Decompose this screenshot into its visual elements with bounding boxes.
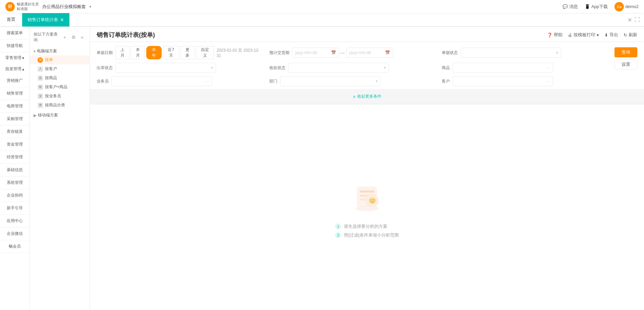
this-year-btn[interactable]: 本年 — [146, 46, 162, 59]
sidebar-item-wholesale-mgmt[interactable]: 批发管理 ▴ — [0, 63, 29, 74]
scheme-by-product[interactable]: 品 按商品 — [30, 73, 90, 83]
sidebar-item-system-mgmt[interactable]: 系统管理 — [0, 176, 29, 189]
delivery-date-start[interactable]: yyyy-mm-dd 📅 — [292, 48, 339, 58]
delivery-date-inputs: yyyy-mm-dd 📅 — yyyy-mm-dd 📅 — [292, 48, 393, 58]
svg-rect-2 — [360, 191, 374, 193]
mobile-scheme-header[interactable]: ▶ 移动端方案 — [30, 111, 90, 119]
more-options-icon: ··· — [547, 65, 550, 70]
payment-status-select[interactable]: ▾ — [288, 63, 389, 73]
salesperson-group: 业务员 ··· — [97, 76, 264, 86]
department-label: 部门 — [269, 79, 277, 84]
this-month-btn[interactable]: 本月 — [131, 46, 145, 59]
dropdown-icon: ▾ — [384, 65, 386, 70]
scheme-by-customer[interactable]: 人 按客户 — [30, 64, 90, 73]
query-button[interactable]: 查询 — [614, 47, 637, 57]
shipping-status-select[interactable]: ▾ — [115, 63, 216, 73]
customer-select[interactable]: ··· — [452, 76, 553, 86]
product-select[interactable]: ··· — [452, 63, 553, 73]
scheme-by-category[interactable]: 类 按商品分类 — [30, 101, 90, 110]
refresh-button[interactable]: ↻ 刷新 — [624, 32, 637, 38]
sidebar-item-app-center[interactable]: 应用中心 — [0, 215, 29, 227]
chevron-down-icon: ▾ — [34, 49, 36, 54]
tabbar: 首页 销售订单统计表 ✕ ✕ ⛶ — [0, 13, 644, 27]
department-select[interactable]: ▾ — [280, 76, 381, 86]
customer-group: 客户 ··· — [442, 76, 609, 86]
sidebar-item-retail-mgmt[interactable]: 零售管理 ▾ — [0, 52, 29, 63]
sidebar-item-vip-member[interactable]: 畅会员 — [0, 240, 29, 253]
tab-close-icon[interactable]: ✕ — [60, 17, 64, 22]
tab-sales-order-stats[interactable]: 销售订单统计表 ✕ — [22, 13, 69, 27]
tab-home[interactable]: 首页 — [0, 13, 22, 27]
sidebar-item-sales-mgmt[interactable]: 销售管理 — [0, 87, 29, 100]
edit-scheme-button[interactable]: ⚙ — [70, 34, 77, 41]
collapse-panel-button[interactable]: « — [79, 34, 86, 41]
sidebar-item-enterprise-collab[interactable]: 企业协同 — [0, 189, 29, 202]
delivery-date-end[interactable]: yyyy-mm-dd 📅 — [346, 48, 393, 58]
prev-month-btn[interactable]: 上月 — [115, 46, 129, 59]
topbar-dropdown[interactable]: ▾ — [89, 4, 91, 9]
close-window-icon[interactable]: ✕ — [628, 17, 632, 23]
sidebar-item-search-menu[interactable]: 搜索菜单 — [0, 27, 29, 40]
tab-maximize-area: ✕ ⛶ — [628, 17, 644, 23]
calendar-icon: 📅 — [331, 50, 336, 55]
scheme-by-order[interactable]: 按 按单 — [30, 55, 90, 64]
filter-row-2: 出库状态 ▾ 收款状态 ▾ — [97, 63, 609, 73]
payment-status-label: 收款状态 — [269, 65, 285, 71]
sidebar-item-ecommerce-mgmt[interactable]: 电商管理 — [0, 100, 29, 113]
chevron-up-icon: ∧ — [353, 94, 356, 99]
topbar-app-title: 办公用品行业模拟账套 — [42, 4, 86, 10]
custom-btn[interactable]: 自定义 — [196, 46, 214, 59]
shipping-status-label: 出库状态 — [97, 65, 113, 71]
empty-tip-2: 2 用[过滤]条件来缩小分析范围 — [335, 232, 398, 238]
sidebar-item-basic-info[interactable]: 基础信息 — [0, 164, 29, 176]
calendar-icon: 📅 — [385, 50, 390, 55]
chevron-up-icon: ▴ — [22, 67, 24, 71]
sidebar-item-operations-mgmt[interactable]: 经营管理 — [0, 151, 29, 164]
help-icon: ❓ — [547, 33, 552, 38]
product-label: 商品 — [442, 65, 450, 71]
page-actions: ❓ 帮助 🖨 按模板打印 ▾ ⬇ 导出 ↻ 刷新 — [547, 32, 637, 38]
sidebar-item-new-guide[interactable]: 新手引导 — [0, 202, 29, 215]
app-download-button[interactable]: 📱 App下载 — [585, 4, 608, 10]
date-label: 单据日期 — [97, 50, 113, 56]
user-menu[interactable]: Ea demo2 — [614, 2, 639, 11]
left-panel-header: 按以下方案查询 + ⚙ « — [30, 30, 90, 44]
left-panel-title: 按以下方案查询 — [34, 32, 61, 43]
sidebar-item-inventory[interactable]: 库存核算 — [0, 125, 29, 138]
expected-delivery-label: 预计交货期 — [269, 50, 289, 56]
export-button[interactable]: ⬇ 导出 — [604, 32, 618, 38]
date-range-text: 2023-01-01 至 2023-12-31 — [217, 48, 264, 58]
export-icon: ⬇ — [604, 33, 608, 38]
settings-button[interactable]: 设置 — [614, 59, 637, 69]
sidebar-item-finance-mgmt[interactable]: 资金管理 — [0, 138, 29, 151]
left-panel-actions: + ⚙ « — [61, 34, 86, 41]
template-print-button[interactable]: 🖨 按模板打印 ▾ — [568, 32, 599, 38]
chevron-down-icon: ▾ — [22, 56, 24, 60]
order-status-select[interactable]: ▾ — [461, 48, 561, 58]
collapse-filters-button[interactable]: ∧ 收起更多条件 — [90, 91, 644, 102]
message-button[interactable]: 💬 消息 — [562, 4, 578, 10]
help-button[interactable]: ❓ 帮助 — [547, 32, 562, 38]
more-btn[interactable]: 更多 — [180, 46, 195, 59]
scheme-icon: 组 — [38, 85, 43, 90]
salesperson-select[interactable]: ··· — [111, 76, 212, 86]
scheme-by-salesperson[interactable]: 业 按业务员 — [30, 92, 90, 101]
left-panel: 按以下方案查询 + ⚙ « ▾ 电脑端方案 按 按单 人 — [30, 27, 90, 310]
filter-area: 单据日期 上月 本月 本年 近7天 更多 自定义 2023-01-01 至 20… — [90, 42, 644, 104]
sidebar-item-marketing[interactable]: 营销推广 — [0, 74, 29, 87]
pc-scheme-header[interactable]: ▾ 电脑端方案 — [30, 47, 90, 55]
add-scheme-button[interactable]: + — [61, 34, 68, 41]
sidebar-item-quick-nav[interactable]: 快捷导航 — [0, 40, 29, 52]
message-icon: 💬 — [562, 4, 568, 9]
avatar: Ea — [614, 2, 624, 11]
maximize-window-icon[interactable]: ⛶ — [635, 17, 640, 23]
sidebar-item-enterprise-wechat[interactable]: 企业微信 — [0, 227, 29, 240]
sidebar-item-purchase-mgmt[interactable]: 采购管理 — [0, 113, 29, 125]
logo-area: 好 畅捷通好生意 标准版 — [5, 2, 39, 11]
date-buttons: 上月 本月 本年 近7天 更多 自定义 — [115, 46, 214, 59]
payment-status-group: 收款状态 ▾ — [269, 63, 437, 73]
main-layout: 搜索菜单 快捷导航 零售管理 ▾ 批发管理 ▴ 营销推广 销售管理 电商管理 采… — [0, 27, 644, 310]
scheme-by-customer-product[interactable]: 组 按客户+商品 — [30, 83, 90, 92]
last7days-btn[interactable]: 近7天 — [163, 46, 179, 59]
logo-text: 畅捷通好生意 标准版 — [17, 2, 39, 11]
